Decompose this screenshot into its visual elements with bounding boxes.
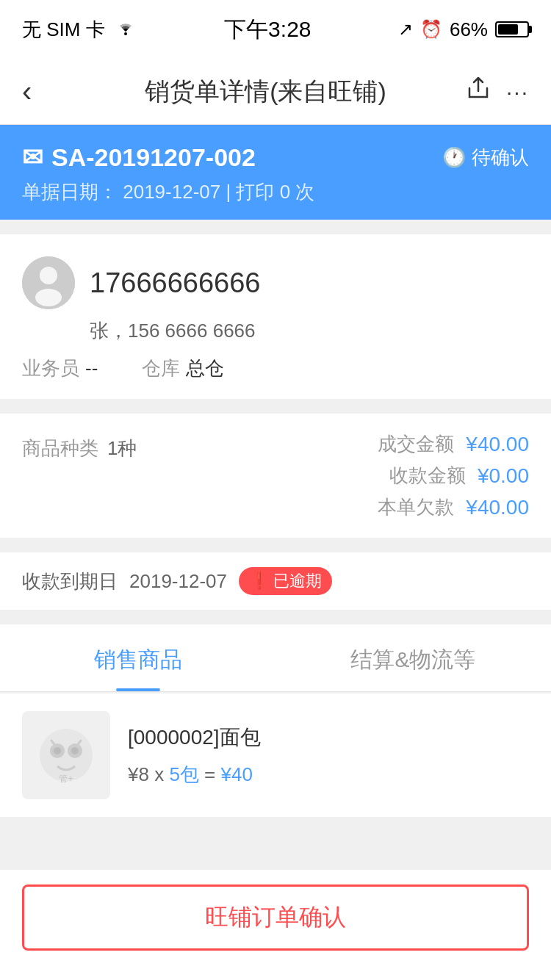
share-icon[interactable] <box>465 75 491 108</box>
overdue-icon: ❗ <box>249 572 269 591</box>
order-number: ✉ SA-20191207-002 <box>22 143 256 172</box>
order-icon: ✉ <box>22 143 43 172</box>
customer-section: 17666666666 张，156 6666 6666 业务员 -- 仓库 总仓 <box>0 234 551 399</box>
page-title: 销货单详情(来自旺铺) <box>145 75 386 109</box>
order-status: 🕐 待确认 <box>442 145 529 170</box>
carrier-text: 无 SIM 卡 <box>22 17 105 43</box>
product-price: ¥8 x 5包 = ¥40 <box>128 762 529 788</box>
due-section: 收款到期日 2019-12-07 ❗ 已逾期 <box>0 552 551 610</box>
customer-name: 张，156 6666 6666 <box>22 318 529 344</box>
tab-products[interactable]: 销售商品 <box>0 624 276 691</box>
location-icon: ↗ <box>398 19 413 40</box>
tab-settlement[interactable]: 结算&物流等 <box>276 624 551 691</box>
multiply-sign: x <box>154 763 169 785</box>
more-icon[interactable]: ··· <box>506 79 529 104</box>
product-name: [0000002]面包 <box>128 724 529 752</box>
owed-value: ¥40.00 <box>466 496 529 519</box>
svg-point-2 <box>40 267 57 284</box>
nav-actions: ··· <box>465 75 529 108</box>
stats-left: 商品种类 1种 <box>22 431 378 461</box>
overdue-text: 已逾期 <box>273 570 322 592</box>
svg-text:管+: 管+ <box>59 774 73 784</box>
sales-label: 业务员 <box>22 356 79 381</box>
bottom-bar: 旺铺订单确认 <box>0 870 551 980</box>
owed-label: 本单欠款 <box>378 494 454 520</box>
order-header: ✉ SA-20191207-002 🕐 待确认 单据日期： 2019-12-07… <box>0 125 551 220</box>
wifi-icon <box>114 18 137 41</box>
stats-row-received: 收款金额 ¥0.00 <box>389 463 529 489</box>
deal-value: ¥40.00 <box>466 433 529 456</box>
product-info: [0000002]面包 ¥8 x 5包 = ¥40 <box>128 724 529 788</box>
due-label: 收款到期日 <box>22 569 118 594</box>
battery-percent: 66% <box>450 18 488 41</box>
category-value: 1种 <box>107 436 137 461</box>
stats-row-deal: 成交金额 ¥40.00 <box>378 431 529 457</box>
product-image: 管+ <box>22 711 110 799</box>
customer-meta: 业务员 -- 仓库 总仓 <box>22 356 529 381</box>
battery-icon <box>495 21 529 37</box>
price-value: ¥8 <box>128 763 149 785</box>
overdue-badge: ❗ 已逾期 <box>239 567 332 595</box>
back-button[interactable]: ‹ <box>22 75 66 108</box>
tabs-row: 销售商品 结算&物流等 <box>0 624 551 691</box>
deal-label: 成交金额 <box>378 431 454 457</box>
product-item: 管+ [0000002]面包 ¥8 x 5包 = ¥40 <box>0 693 551 818</box>
status-bar: 无 SIM 卡 下午3:28 ↗ ⏰ 66% <box>0 0 551 59</box>
stats-row-owed: 本单欠款 ¥40.00 <box>378 494 529 520</box>
svg-point-0 <box>124 32 127 35</box>
order-date: 单据日期： 2019-12-07 | 打印 0 次 <box>22 179 529 205</box>
sales-value: -- <box>85 357 98 380</box>
product-quantity: 5包 <box>169 763 198 785</box>
customer-avatar <box>22 256 75 309</box>
svg-point-3 <box>35 289 62 306</box>
stats-right: 成交金额 ¥40.00 收款金额 ¥0.00 本单欠款 ¥40.00 <box>378 431 529 520</box>
svg-point-8 <box>71 747 79 754</box>
product-total: ¥40 <box>221 763 253 785</box>
alarm-icon: ⏰ <box>420 19 442 40</box>
due-date: 2019-12-07 <box>129 570 227 593</box>
clock-icon: 🕐 <box>442 146 466 169</box>
warehouse-label: 仓库 <box>142 356 180 381</box>
nav-bar: ‹ 销货单详情(来自旺铺) ··· <box>0 59 551 125</box>
received-label: 收款金额 <box>389 463 466 489</box>
stats-section: 商品种类 1种 成交金额 ¥40.00 收款金额 ¥0.00 本单欠款 ¥40.… <box>0 414 551 538</box>
product-section: 管+ [0000002]面包 ¥8 x 5包 = ¥40 <box>0 693 551 818</box>
confirm-order-button[interactable]: 旺铺订单确认 <box>22 884 529 951</box>
status-right: ↗ ⏰ 66% <box>398 18 529 41</box>
received-value: ¥0.00 <box>478 464 529 488</box>
status-time: 下午3:28 <box>224 15 311 45</box>
tabs-section: 销售商品 结算&物流等 <box>0 624 551 692</box>
warehouse-value: 总仓 <box>186 356 224 381</box>
equals-sign: = <box>204 763 220 785</box>
status-left: 无 SIM 卡 <box>22 17 137 43</box>
customer-phone: 17666666666 <box>90 267 260 299</box>
category-label: 商品种类 <box>22 436 98 461</box>
svg-point-7 <box>54 747 61 754</box>
